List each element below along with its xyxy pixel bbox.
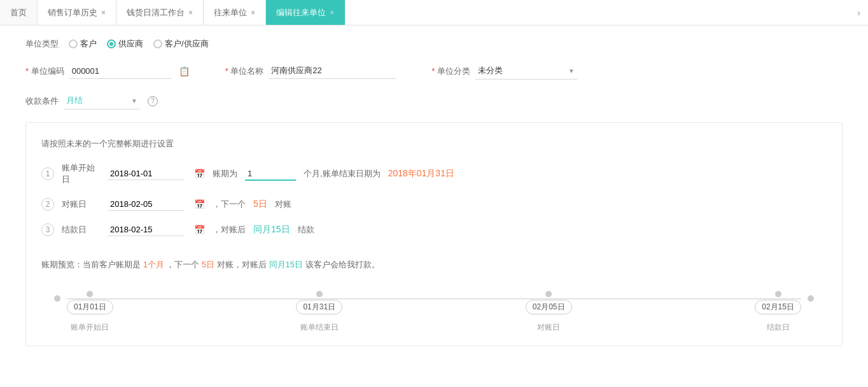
row-calendar-icon-3[interactable]: 📅 bbox=[194, 225, 205, 235]
timeline-node-1: 01月31日 账单结束日 bbox=[296, 291, 342, 333]
unit-code-label: 单位编码 bbox=[25, 66, 64, 77]
tab-home[interactable]: 首页 bbox=[0, 0, 38, 25]
preview-text: 账期预览：当前客户账期是 1个月 ，下一个 5日 对账，对账后 同月15日 该客… bbox=[41, 259, 827, 271]
payment-condition-row: 收款条件 月结 ▼ ? bbox=[25, 92, 843, 109]
timeline-label-0: 账单开始日 bbox=[71, 322, 109, 333]
radio-supplier-circle bbox=[107, 39, 116, 48]
tab-bar: 首页 销售订单历史 × 钱货日清工作台 × 往来单位 × 编辑往来单位 × › bbox=[0, 0, 868, 25]
radio-supplier-label: 供应商 bbox=[118, 38, 143, 50]
row-index-2: 2 bbox=[41, 198, 54, 211]
row-desc-before-2: ，下一个 bbox=[213, 199, 246, 210]
row-highlight-2: 5日 bbox=[253, 199, 267, 210]
tab-home-label: 首页 bbox=[10, 7, 27, 18]
unit-info-row: 单位编码 000001 📋 单位名称 河南供应商22 单位分类 未分类 ▼ bbox=[25, 62, 843, 80]
row-label-1: 账单开始日 bbox=[62, 162, 100, 185]
radio-customer-supplier-circle bbox=[153, 39, 162, 48]
preview-highlight2: 5日 bbox=[202, 260, 214, 269]
tab-edit-partner-close[interactable]: × bbox=[330, 9, 334, 17]
payment-condition-select[interactable]: 月结 ▼ bbox=[64, 92, 140, 109]
tab-edit-partner[interactable]: 编辑往来单位 × bbox=[266, 0, 345, 25]
timeline-node-0: 01月01日 账单开始日 bbox=[67, 291, 113, 333]
tab-edit-partner-label: 编辑往来单位 bbox=[276, 7, 326, 18]
timeline-dot-3 bbox=[775, 291, 781, 297]
unit-code-calendar-icon[interactable]: 📋 bbox=[179, 66, 190, 76]
row-desc-after-1: 个月,账单结束日期为 bbox=[304, 168, 381, 179]
help-icon[interactable]: ? bbox=[148, 96, 158, 106]
timeline-date-0: 01月01日 bbox=[67, 300, 113, 314]
row-desc-before-1: 账期为 bbox=[213, 168, 237, 179]
preview-label: 账期预览：当前客户账期是 bbox=[41, 260, 141, 269]
row-desc-after-2: 对账 bbox=[275, 199, 291, 210]
row-calendar-icon-1[interactable]: 📅 bbox=[194, 169, 205, 179]
row-date-input-1[interactable] bbox=[108, 167, 184, 180]
tab-cash-work[interactable]: 钱货日清工作台 × bbox=[116, 0, 204, 25]
tab-cash-work-label: 钱货日清工作台 bbox=[127, 7, 185, 18]
row-date-input-2[interactable] bbox=[108, 198, 184, 211]
preview-text2: 对账，对账后 bbox=[217, 260, 267, 269]
radio-customer-label: 客户 bbox=[80, 38, 97, 50]
timeline-date-3: 02月15日 bbox=[755, 300, 801, 314]
preview-text3: 该客户会给我打款。 bbox=[305, 260, 380, 269]
tab-partner-units[interactable]: 往来单位 × bbox=[204, 0, 266, 25]
unit-category-value: 未分类 bbox=[478, 65, 563, 76]
timeline-label-1: 账单结束日 bbox=[300, 322, 339, 333]
tab-sales-history-close[interactable]: × bbox=[101, 9, 106, 17]
unit-category-select[interactable]: 未分类 ▼ bbox=[475, 62, 577, 80]
preview-highlight3: 同月15日 bbox=[269, 260, 303, 269]
radio-customer[interactable]: 客户 bbox=[69, 38, 97, 50]
main-content: 单位类型 客户 供应商 客户/供应商 单位编码 000001 📋 单位名称 河南… bbox=[0, 25, 868, 387]
timeline-date-2: 02月05日 bbox=[526, 300, 572, 314]
timeline-nodes: 01月01日 账单开始日 01月31日 账单结束日 02月05日 对账日 bbox=[67, 291, 801, 333]
card-title: 请按照未来的一个完整帐期进行设置 bbox=[41, 138, 827, 150]
timeline-dot-2 bbox=[545, 291, 552, 297]
timeline-date-1: 01月31日 bbox=[296, 300, 342, 314]
row-highlight-1: 2018年01月31日 bbox=[388, 168, 454, 179]
payment-condition-value: 月结 bbox=[66, 95, 126, 106]
timeline-dot-0 bbox=[87, 291, 93, 297]
row-index-1: 1 bbox=[41, 167, 54, 180]
preview-highlight1: 1个月 bbox=[143, 260, 164, 269]
setting-row-3: 3 结款日 📅 ，对账后 同月15日 结款 bbox=[41, 223, 827, 236]
unit-type-row: 单位类型 客户 供应商 客户/供应商 bbox=[25, 38, 843, 50]
unit-type-radio-group: 客户 供应商 客户/供应商 bbox=[69, 38, 209, 50]
unit-code-input[interactable]: 000001 bbox=[69, 64, 171, 79]
radio-customer-supplier-label: 客户/供应商 bbox=[165, 38, 209, 50]
timeline-label-3: 结款日 bbox=[767, 322, 790, 333]
radio-customer-circle bbox=[69, 39, 78, 48]
unit-type-label: 单位类型 bbox=[25, 38, 59, 50]
tab-partner-units-label: 往来单位 bbox=[214, 7, 247, 18]
unit-name-input[interactable]: 河南供应商22 bbox=[269, 64, 396, 79]
timeline-node-2: 02月05日 对账日 bbox=[526, 291, 572, 333]
payment-condition-arrow-icon: ▼ bbox=[131, 97, 137, 104]
tab-more-button[interactable]: › bbox=[850, 0, 868, 25]
row-calendar-icon-2[interactable]: 📅 bbox=[194, 199, 205, 209]
timeline-end-dot bbox=[808, 295, 814, 302]
row-label-2: 对账日 bbox=[62, 199, 100, 210]
preview-text1: ，下一个 bbox=[166, 260, 199, 269]
unit-category-label: 单位分类 bbox=[431, 66, 470, 77]
tab-partner-units-close[interactable]: × bbox=[251, 9, 255, 17]
timeline-label-2: 对账日 bbox=[537, 322, 560, 333]
row-desc-after-3: 结款 bbox=[298, 224, 314, 236]
tab-sales-history-label: 销售订单历史 bbox=[48, 7, 97, 18]
timeline-node-3: 02月15日 结款日 bbox=[755, 291, 801, 333]
unit-name-label: 单位名称 bbox=[225, 66, 264, 77]
row-period-input[interactable] bbox=[245, 167, 296, 181]
timeline-wrapper: 01月01日 账单开始日 01月31日 账单结束日 02月05日 对账日 bbox=[41, 291, 827, 333]
preview-section: 账期预览：当前客户账期是 1个月 ，下一个 5日 对账，对账后 同月15日 该客… bbox=[41, 249, 827, 333]
row-label-3: 结款日 bbox=[62, 224, 100, 236]
row-index-3: 3 bbox=[41, 223, 54, 236]
row-highlight-3: 同月15日 bbox=[253, 224, 290, 236]
radio-supplier[interactable]: 供应商 bbox=[107, 38, 143, 50]
payment-condition-label: 收款条件 bbox=[25, 95, 59, 107]
settings-card: 请按照未来的一个完整帐期进行设置 1 账单开始日 📅 账期为 个月,账单结束日期… bbox=[25, 122, 843, 346]
unit-category-arrow-icon: ▼ bbox=[568, 67, 575, 74]
tab-cash-work-close[interactable]: × bbox=[188, 9, 193, 17]
radio-customer-supplier[interactable]: 客户/供应商 bbox=[153, 38, 209, 50]
tab-sales-history[interactable]: 销售订单历史 × bbox=[38, 0, 116, 25]
timeline-dot-1 bbox=[316, 291, 323, 297]
setting-row-1: 1 账单开始日 📅 账期为 个月,账单结束日期为 2018年01月31日 bbox=[41, 162, 827, 185]
setting-rows: 1 账单开始日 📅 账期为 个月,账单结束日期为 2018年01月31日 2 对… bbox=[41, 162, 827, 236]
timeline-start-dot bbox=[54, 295, 60, 302]
row-date-input-3[interactable] bbox=[108, 223, 184, 236]
